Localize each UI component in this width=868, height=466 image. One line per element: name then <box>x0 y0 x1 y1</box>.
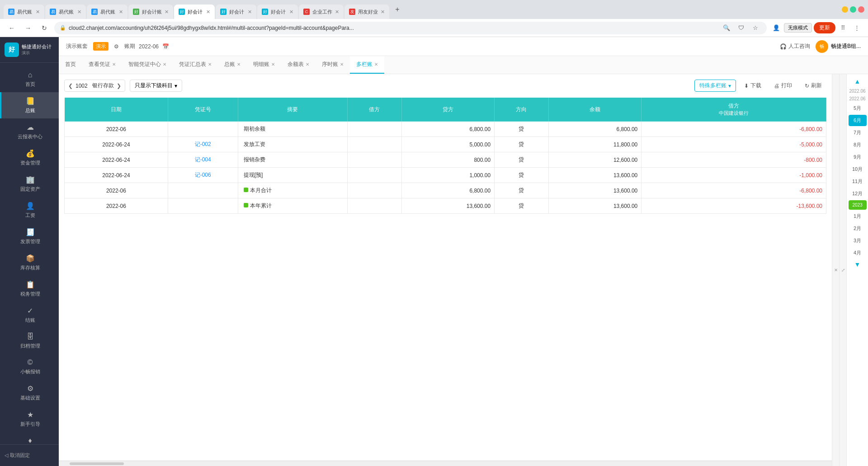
sidebar-item-fixed-assets[interactable]: 🏢 固定资产 <box>0 171 59 197</box>
next-subject-button[interactable]: ❯ <box>117 83 121 89</box>
sidebar-item-new-guide[interactable]: ★ 新手引导 <box>0 406 59 432</box>
month-scroll-down-button[interactable]: ▼ <box>853 259 863 270</box>
month-item-11[interactable]: 11月 <box>849 176 867 187</box>
star-icon[interactable]: ☆ <box>750 22 761 34</box>
browser-tab-2[interactable]: 易 易代账 ✕ <box>45 5 86 19</box>
shield-icon[interactable]: 🛡 <box>735 22 747 34</box>
browser-tab-7[interactable]: 好 好会计 ✕ <box>257 5 298 19</box>
browser-tab-8[interactable]: C 企业工作 ✕ <box>299 5 344 19</box>
sidebar-item-invoice-mgmt[interactable]: 🧾 发票管理 <box>0 223 59 249</box>
nav-tab-close-view-voucher[interactable]: ✕ <box>112 62 116 67</box>
tab-close-icon[interactable]: ✕ <box>77 9 81 15</box>
browser-tab-1[interactable]: 易 易代账 ✕ <box>4 5 44 19</box>
sidebar-item-fund-mgmt[interactable]: 💰 资金管理 <box>0 145 59 171</box>
month-item-10[interactable]: 10月 <box>849 164 867 175</box>
search-icon[interactable]: 🔍 <box>721 22 732 34</box>
scrollbar-thumb[interactable] <box>70 462 124 465</box>
nav-tab-multi-ledger[interactable]: 多栏账✕ <box>350 56 384 74</box>
sidebar-item-xiaochang-expense[interactable]: © 小畅报销 <box>0 354 59 380</box>
nav-tab-close-multi-ledger[interactable]: ✕ <box>374 62 378 67</box>
menu-icon[interactable]: ⋮ <box>851 22 863 34</box>
sidebar-label-archive-mgmt: 归档管理 <box>20 343 40 349</box>
unpin-button[interactable]: ◁ 取消固定 <box>3 449 56 461</box>
back-button[interactable]: ← <box>5 22 18 34</box>
browser-tab-5[interactable]: 好 好会计 ✕ <box>174 5 215 19</box>
voucher-link[interactable]: 记-004 <box>168 152 238 168</box>
sidebar-item-archive-mgmt[interactable]: 🗄 归档管理 <box>0 328 59 354</box>
tab-close-icon[interactable]: ✕ <box>206 9 210 15</box>
forward-button[interactable]: → <box>22 22 34 34</box>
nav-tab-home[interactable]: 首页 <box>59 56 82 74</box>
calendar-icon[interactable]: 📅 <box>162 43 169 50</box>
tab-close-icon[interactable]: ✕ <box>36 9 40 15</box>
tab-close-icon[interactable]: ✕ <box>289 9 293 15</box>
sidebar-item-salary[interactable]: 👤 工资 <box>0 197 59 223</box>
month-2023-item-2[interactable]: 2月 <box>849 223 867 234</box>
voucher-link[interactable]: 记-002 <box>168 137 238 152</box>
update-button[interactable]: 更新 <box>814 22 835 33</box>
sidebar-item-general-ledger[interactable]: 📒 总账 <box>0 92 59 118</box>
month-item-7[interactable]: 7月 <box>849 127 867 138</box>
nav-tab-detail-ledger[interactable]: 明细账✕ <box>247 56 281 74</box>
month-item-12[interactable]: 12月 <box>849 188 867 199</box>
browser-tab-9[interactable]: 友 用友好业 ✕ <box>344 5 389 19</box>
extensions-icon[interactable]: ⠿ <box>837 22 849 34</box>
filter-dropdown[interactable]: 只显示下级科目 ▾ <box>130 80 182 92</box>
nav-tab-smart-voucher[interactable]: 智能凭证中心✕ <box>122 56 173 74</box>
month-item-5[interactable]: 5月 <box>849 103 867 114</box>
address-box[interactable]: 🔒 cloud2.chanjet.com/accounting/uh26t264… <box>54 22 767 34</box>
print-button[interactable]: 🖨 打印 <box>769 80 797 91</box>
tab-close-icon[interactable]: ✕ <box>119 9 123 15</box>
refresh-button[interactable]: ↻ 刷新 <box>800 80 826 91</box>
special-multi-ledger-button[interactable]: 特殊多栏账 ▾ <box>694 80 736 92</box>
ai-consult-button[interactable]: 🎧 人工咨询 <box>780 42 810 50</box>
month-item-6[interactable]: 6月 <box>849 115 867 126</box>
close-button[interactable] <box>858 6 864 13</box>
browser-tab-4[interactable]: 好 好会计账 ✕ <box>128 5 173 19</box>
tab-close-icon[interactable]: ✕ <box>165 9 169 15</box>
settings-icon[interactable]: ⚙ <box>114 43 119 50</box>
tab-close-icon[interactable]: ✕ <box>248 9 252 15</box>
sidebar-item-vip-member[interactable]: ♦ 畅会员 <box>0 432 59 444</box>
nav-tab-seq-ledger[interactable]: 序时账✕ <box>316 56 350 74</box>
month-2023-item-1[interactable]: 1月 <box>849 211 867 222</box>
nav-tab-close-balance-table[interactable]: ✕ <box>306 62 309 67</box>
sidebar-item-tax-mgmt[interactable]: 📋 税务管理 <box>0 276 59 302</box>
download-button[interactable]: ⬇ 下载 <box>740 80 766 91</box>
nav-tab-close-smart-voucher[interactable]: ✕ <box>163 62 166 67</box>
sidebar-item-inventory[interactable]: 📦 库存核算 <box>0 249 59 276</box>
collapse-panel-button[interactable]: ✕ <box>832 74 839 466</box>
wuhen-button[interactable]: 无痕模式 <box>784 23 812 33</box>
nav-tab-close-detail-ledger[interactable]: ✕ <box>271 62 275 67</box>
month-item-9[interactable]: 9月 <box>849 151 867 163</box>
horizontal-scrollbar[interactable] <box>59 461 832 466</box>
nav-tab-close-voucher-summary[interactable]: ✕ <box>208 62 212 67</box>
tab-close-icon[interactable]: ✕ <box>335 9 339 15</box>
nav-tab-voucher-summary[interactable]: 凭证汇总表✕ <box>173 56 218 74</box>
nav-tab-view-voucher[interactable]: 查看凭证✕ <box>82 56 122 74</box>
sidebar-item-basic-settings[interactable]: ⚙ 基础设置 <box>0 380 59 406</box>
tab-favicon: 好 <box>179 9 185 15</box>
prev-subject-button[interactable]: ❮ <box>68 83 73 89</box>
sidebar-item-settlement[interactable]: ✓ 结账 <box>0 302 59 328</box>
tab-close-icon[interactable]: ✕ <box>381 9 385 15</box>
nav-tab-general-ledger[interactable]: 总账✕ <box>218 56 247 74</box>
nav-tab-close-seq-ledger[interactable]: ✕ <box>340 62 344 67</box>
minimize-button[interactable] <box>842 6 848 13</box>
month-item-8[interactable]: 8月 <box>849 139 867 151</box>
nav-tab-balance-table[interactable]: 余额表✕ <box>281 56 316 74</box>
sidebar-item-cloud-report[interactable]: ☁ 云报表中心 <box>0 118 59 145</box>
voucher-link[interactable]: 记-006 <box>168 168 238 183</box>
month-2023-item-4[interactable]: 4月 <box>849 247 867 259</box>
nav-tab-close-general-ledger[interactable]: ✕ <box>237 62 241 67</box>
month-2023-item-3[interactable]: 3月 <box>849 235 867 246</box>
sidebar-item-home[interactable]: ⌂ 首页 <box>0 66 59 92</box>
reload-button[interactable]: ↻ <box>38 22 51 34</box>
maximize-button[interactable] <box>850 6 856 13</box>
expand-panel-button[interactable]: ⤢ <box>839 74 846 466</box>
profile-icon[interactable]: 👤 <box>770 22 782 34</box>
month-scroll-up-button[interactable]: ▲ <box>853 76 863 87</box>
browser-tab-6[interactable]: 好 好会计 ✕ <box>216 5 256 19</box>
new-tab-button[interactable]: + <box>391 3 404 16</box>
browser-tab-3[interactable]: 易 易代账 ✕ <box>87 5 127 19</box>
